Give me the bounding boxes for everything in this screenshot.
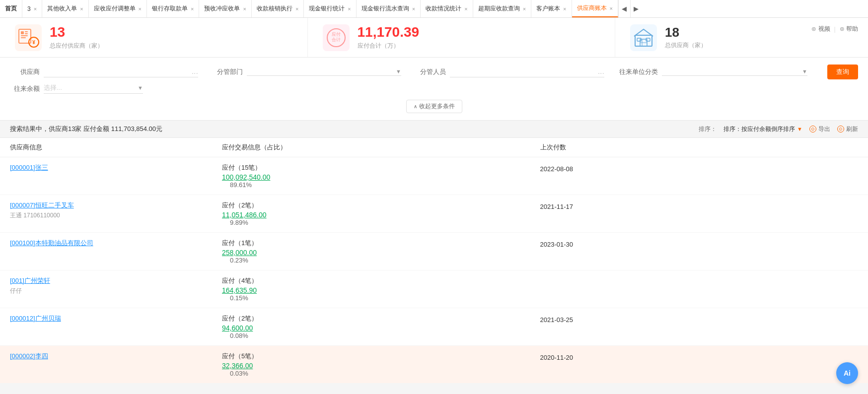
supplier-link-4[interactable]: [000012]广州贝瑞 [10, 315, 61, 322]
supplier-link-2[interactable]: [000100]本特勤油品有限公司 [10, 239, 93, 247]
close-icon[interactable]: × [610, 5, 613, 11]
tx-amount-5[interactable]: 32,366.00 [222, 362, 540, 370]
top-navigation: 首页 3 × 其他收入单 × 应收应付调整单 × 银行存取款单 × 预收冲应收单… [0, 0, 868, 18]
filter-dept-label: 分管部门 [213, 67, 243, 76]
stat-total-suppliers: 18 总供应商（家） [615, 18, 811, 57]
sort-chevron-icon[interactable]: ▼ [797, 126, 802, 132]
cell-transaction-3: 应付（4笔） 164,635.90 0.15% [222, 276, 540, 302]
cell-last-pay-5: 2020-11-20 [540, 352, 752, 361]
supplier-link-5[interactable]: [000002]李四 [10, 352, 48, 360]
filter-unit-type-select[interactable]: ▼ [662, 68, 807, 76]
nav-tab-customer-book[interactable]: 客户账本 × [531, 0, 572, 17]
close-icon[interactable]: × [295, 6, 298, 12]
refresh-button[interactable]: ⊙ 刷新 [837, 125, 858, 133]
top-right-links: ⊙ 视频 | ⊙ 帮助 [811, 18, 868, 33]
close-icon[interactable]: × [348, 6, 351, 12]
close-icon[interactable]: × [464, 6, 467, 12]
cell-last-pay-4: 2021-03-25 [540, 314, 752, 324]
tx-amount-0[interactable]: 100,092,540.00 [222, 173, 540, 181]
filter-section: 供应商 ... 分管部门 ▼ 分管人员 ... 往来单位分类 [0, 58, 868, 121]
filter-person-label: 分管人员 [416, 67, 446, 76]
sort-label: 排序： [699, 125, 717, 133]
supplier-input[interactable] [44, 67, 192, 75]
nav-tab-ar-ap-adjust[interactable]: 应收应付调整单 × [89, 0, 147, 17]
supplier-link-3[interactable]: [001]广州荣轩 [10, 277, 50, 284]
filter-balance: 往来余额 选择... ▼ [10, 83, 858, 94]
close-icon[interactable]: × [243, 6, 246, 12]
filter-unit-type-label: 往来单位分类 [619, 67, 658, 76]
refresh-icon: ⊙ [837, 126, 844, 132]
suppliers-payable-icon: ¥ [15, 24, 42, 51]
tx-percent-2: 0.23% [230, 257, 248, 264]
query-button[interactable]: 查询 [827, 65, 858, 79]
nav-tab-home[interactable]: 首页 [0, 0, 22, 17]
nav-next-arrow[interactable]: ▶ [630, 0, 642, 17]
filter-supplier-input-wrap[interactable]: ... [44, 67, 198, 77]
nav-tab-3[interactable]: 3 × [22, 0, 42, 17]
filter-person-input-wrap[interactable]: ... [450, 67, 604, 77]
close-icon[interactable]: × [80, 6, 83, 12]
tx-label-0: 应付（15笔） [222, 164, 261, 171]
nav-tab-bank-deposit-label: 银行存取款单 [152, 4, 188, 13]
result-actions: 排序： 排序：按应付余额倒序排序 ▼ ⊙ 导出 ⊙ 刷新 [699, 125, 858, 133]
supplier-link-1[interactable]: [000007]恒旺二手叉车 [10, 201, 74, 209]
col-header-last-payment: 上次付数 [540, 143, 752, 152]
tx-amount-2[interactable]: 258,000.00 [222, 249, 540, 257]
cell-supplier-5: [000002]李四 [10, 352, 222, 361]
nav-tab-bank-deposit[interactable]: 银行存取款单 × [147, 0, 199, 17]
collapse-button[interactable]: ∧ 收起更多条件 [406, 100, 462, 113]
nav-tab-cash-flow[interactable]: 现金银行流水查询 × [357, 0, 421, 17]
close-icon[interactable]: × [191, 6, 194, 12]
tx-percent-0: 89.61% [230, 181, 252, 189]
cell-last-pay-0: 2022-08-08 [540, 163, 752, 173]
filter-balance-label: 往来余额 [10, 84, 40, 93]
stat-total-suppliers-info: 18 总供应商（家） [665, 25, 707, 50]
close-icon[interactable]: × [563, 6, 566, 12]
chevron-up-icon: ∧ [414, 104, 417, 109]
close-icon[interactable]: × [412, 6, 415, 12]
nav-tab-supplier-book[interactable]: 供应商账本 × [572, 0, 618, 17]
total-suppliers-icon [630, 24, 657, 51]
filter-dept-select[interactable]: ▼ [247, 68, 401, 76]
tx-amount-1[interactable]: 11,051,486.00 [222, 211, 540, 219]
stat-payable-total: 应付 合计 11,170.39 应付合计（万） [308, 18, 616, 57]
nav-tab-prepay-ar[interactable]: 预收冲应收单 × [199, 0, 251, 17]
supplier-link-0[interactable]: [000001]张三 [10, 164, 48, 171]
filter-balance-select[interactable]: 选择... ▼ [44, 83, 143, 94]
nav-tab-receipt-stat[interactable]: 收款情况统计 × [421, 0, 473, 17]
payable-total-icon: 应付 合计 [323, 24, 350, 51]
filter-supplier-label: 供应商 [10, 67, 40, 76]
tx-amount-4[interactable]: 94,600.00 [222, 324, 540, 332]
stat-suppliers-payable-label: 总应付供应商（家） [50, 42, 103, 50]
nav-tab-cash-stat[interactable]: 现金银行统计 × [304, 0, 356, 17]
tx-amount-3[interactable]: 164,635.90 [222, 286, 540, 294]
tx-percent-1: 9.89% [230, 219, 248, 226]
tx-label-5: 应付（5笔） [222, 352, 258, 360]
close-icon[interactable]: × [523, 6, 526, 12]
nav-prev-arrow[interactable]: ◀ [618, 0, 630, 17]
svg-rect-3 [25, 31, 28, 32]
person-dots-icon[interactable]: ... [598, 67, 604, 76]
nav-tab-receipt-exec[interactable]: 收款核销执行 × [252, 0, 304, 17]
video-link[interactable]: ⊙ 视频 [811, 25, 830, 33]
tx-label-4: 应付（2笔） [222, 315, 258, 322]
nav-tab-receipt-stat-label: 收款情况统计 [426, 4, 461, 13]
export-label: 导出 [818, 125, 830, 133]
close-icon[interactable]: × [139, 6, 142, 12]
svg-rect-2 [21, 31, 24, 34]
sort-value[interactable]: 排序：按应付余额倒序排序 [723, 125, 795, 133]
chevron-down-icon: ▼ [802, 68, 807, 74]
help-link[interactable]: ⊙ 帮助 [840, 25, 858, 33]
nav-tab-3-close[interactable]: × [34, 6, 37, 12]
filter-dept: 分管部门 ▼ [213, 67, 416, 76]
cell-last-pay-3 [540, 276, 752, 278]
person-input[interactable] [450, 67, 598, 75]
export-button[interactable]: ⊙ 导出 [809, 125, 830, 133]
nav-tab-other-income[interactable]: 其他收入单 × [42, 0, 88, 17]
supplier-dots-icon[interactable]: ... [192, 67, 198, 76]
nav-tab-overdue-ar[interactable]: 超期应收款查询 × [473, 0, 531, 17]
cell-supplier-2: [000100]本特勤油品有限公司 [10, 239, 222, 248]
ai-badge[interactable]: Ai [836, 362, 858, 384]
nav-tab-other-income-label: 其他收入单 [47, 4, 77, 13]
tx-label-3: 应付（4笔） [222, 277, 258, 284]
